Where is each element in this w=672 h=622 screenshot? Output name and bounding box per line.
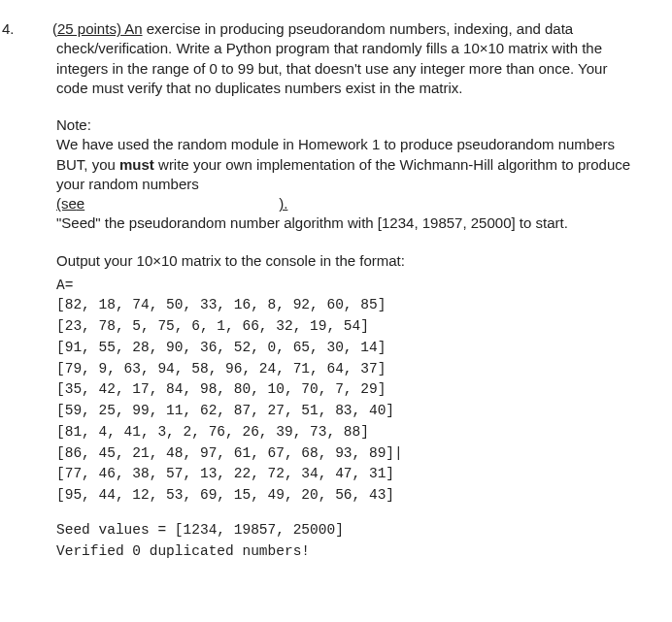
matrix-row: [95, 44, 12, 53, 69, 15, 49, 20, 56, 43] bbox=[56, 485, 643, 507]
verify-output: Verified 0 duplicated numbers! bbox=[56, 541, 643, 563]
matrix-row: [59, 25, 99, 11, 62, 87, 27, 51, 83, 40] bbox=[56, 401, 643, 422]
seed-b: to start. bbox=[516, 214, 568, 231]
question-number: 4. bbox=[29, 19, 52, 39]
matrix-row: [81, 4, 41, 3, 2, 76, 26, 39, 73, 88] bbox=[56, 422, 643, 443]
matrix-row: [86, 45, 21, 48, 97, 61, 67, 68, 93, 89]… bbox=[56, 443, 643, 465]
see-end: ). bbox=[279, 195, 287, 212]
seed-a: "Seed" the pseudorandom number algorithm… bbox=[56, 214, 378, 231]
note-body: We have used the random module in Homewo… bbox=[56, 135, 643, 194]
see-prefix: (se bbox=[56, 195, 77, 212]
seed-instruction: "Seed" the pseudorandom number algorithm… bbox=[56, 213, 643, 233]
see-under: e bbox=[77, 195, 84, 212]
matrix-header: A= bbox=[56, 277, 643, 296]
matrix-row: [79, 9, 63, 94, 58, 96, 24, 71, 64, 37] bbox=[56, 359, 643, 380]
output-label: Output your 10×10 matrix to the console … bbox=[56, 251, 643, 271]
question-block: 4.(25 points) An exercise in producing p… bbox=[29, 19, 643, 98]
note-heading: Note: bbox=[56, 115, 643, 135]
matrix-row: [82, 18, 74, 50, 33, 16, 8, 92, 60, 85] bbox=[56, 295, 643, 316]
note-see-line: (see). bbox=[56, 194, 643, 213]
seed-output: Seed values = [1234, 19857, 25000] bbox=[56, 520, 643, 541]
matrix-row: [77, 46, 38, 57, 13, 22, 72, 34, 47, 31] bbox=[56, 464, 643, 485]
points-text: 25 points) bbox=[57, 20, 121, 37]
seed-vals: [1234, 19857, 25000] bbox=[378, 214, 516, 231]
note-section: Note: We have used the random module in … bbox=[56, 115, 643, 234]
matrix-row: [91, 55, 28, 90, 36, 52, 0, 65, 30, 14] bbox=[56, 338, 643, 359]
matrix-row: [35, 42, 17, 84, 98, 80, 10, 70, 7, 29] bbox=[56, 379, 643, 401]
matrix-row: [23, 78, 5, 75, 6, 1, 66, 32, 19, 54] bbox=[56, 316, 643, 338]
note-must: must bbox=[119, 156, 154, 173]
intro-underlined: An bbox=[121, 20, 143, 37]
